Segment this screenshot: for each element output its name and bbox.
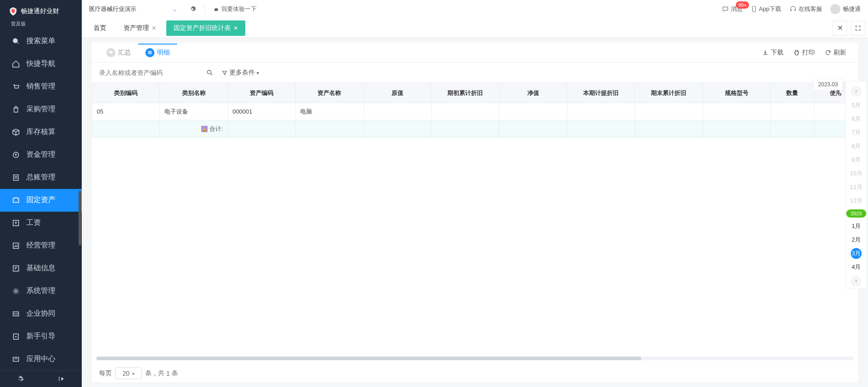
table-wrap: 类别编码类别名称资产编码资产名称原值期初累计折旧净值本期计提折旧期末累计折旧规格… <box>92 83 858 355</box>
tab[interactable]: 固定资产折旧统计表✕ <box>166 20 245 36</box>
sidebar-item-box[interactable]: 库存核算 <box>0 121 82 144</box>
more-filters-button[interactable]: 更多条件 ▾ <box>222 69 259 77</box>
logo-text: 畅捷通好业财 <box>21 7 59 15</box>
table-row[interactable]: 05电子设备000001电脑 <box>92 103 858 120</box>
sidebar-item-home[interactable]: 快捷导航 <box>0 53 82 75</box>
sys-icon <box>12 287 20 295</box>
message-button[interactable]: 消息 99+ <box>722 5 743 13</box>
refresh-button[interactable]: 刷新 <box>825 49 846 57</box>
table-cell <box>635 120 703 138</box>
subtab-detail-label: 明细 <box>157 49 170 57</box>
table-header[interactable]: 资产名称 <box>296 83 363 103</box>
sidebar-item-search[interactable]: 搜索菜单 <box>0 30 82 53</box>
sidebar-item-sys[interactable]: 系统管理 <box>0 280 82 303</box>
timeline-up-button[interactable] <box>851 86 862 97</box>
table-header[interactable]: 类别名称 <box>160 83 228 103</box>
sidebar-item-money[interactable]: 资金管理 <box>0 144 82 166</box>
table-header[interactable]: 净值 <box>499 83 567 103</box>
fullscreen-button[interactable] <box>851 21 865 35</box>
svg-point-11 <box>15 336 17 337</box>
scroll-thumb[interactable] <box>96 357 641 360</box>
sidebar-item-biz[interactable]: 经营管理 <box>0 234 82 257</box>
sidebar-item-ledger[interactable]: 总账管理 <box>0 166 82 189</box>
tab[interactable]: 资产管理✕ <box>116 20 164 36</box>
timeline-month[interactable]: 1月 <box>846 219 867 233</box>
subtab-detail[interactable]: 明细 <box>138 44 177 61</box>
sidebar-item-collab[interactable]: 企业协同 <box>0 303 82 325</box>
sidebar-item-info[interactable]: 基础信息 <box>0 257 82 280</box>
sidebar-item-bag[interactable]: 采购管理 <box>0 98 82 121</box>
table-cell <box>770 120 814 138</box>
timeline-month[interactable]: 7月 <box>846 126 867 139</box>
table-header[interactable]: 资产编码 <box>228 83 295 103</box>
settings-button[interactable] <box>0 375 41 382</box>
table-header[interactable]: 数量 <box>770 83 814 103</box>
service-button[interactable]: 在线客服 <box>789 5 822 13</box>
table-header[interactable]: 规格型号 <box>703 83 770 103</box>
search-icon[interactable] <box>206 69 213 76</box>
pager-tail-a: 条，共 <box>145 369 164 377</box>
table-cell <box>499 103 567 120</box>
page-size-select[interactable]: 20 ▾ <box>115 367 142 379</box>
table-cell: 05 <box>92 103 160 120</box>
topbar-right: 消息 99+ App下载 在线客服 畅捷通 <box>722 4 861 14</box>
search-input[interactable] <box>99 69 203 76</box>
sidebar-bottom <box>0 371 82 387</box>
org-name: 医疗器械行业演示 <box>89 5 136 13</box>
settings-gear[interactable] <box>189 5 196 13</box>
table-cell: 000001 <box>228 103 295 120</box>
table-header[interactable]: 原值 <box>363 83 431 103</box>
timeline-month[interactable]: 8月 <box>846 139 867 153</box>
search-icon <box>12 37 20 45</box>
org-selector[interactable]: 医疗器械行业演示 ⌵ <box>89 5 176 13</box>
timeline-down-button[interactable] <box>851 276 862 287</box>
sidebar-item-wage[interactable]: 工资 <box>0 212 82 234</box>
timeline-month[interactable]: 10月 <box>846 167 867 180</box>
sidebar-item-label: 系统管理 <box>26 286 55 296</box>
layers-icon <box>106 48 115 57</box>
tab[interactable]: 首页 <box>86 20 114 36</box>
table-header[interactable]: 期末累计折旧 <box>635 83 703 103</box>
download-label: 下载 <box>771 49 784 57</box>
timeline-month[interactable]: 11月 <box>846 180 867 194</box>
sidebar-item-label: 企业协同 <box>26 309 55 318</box>
sidebar-items: 搜索菜单快捷导航销售管理采购管理库存核算资金管理总账管理固定资产工资经营管理基础… <box>0 30 82 371</box>
sidebar-scrollbar[interactable] <box>78 27 82 369</box>
period-timeline: › 2023.03 5月6月7月8月9月10月11月12月 2023 1月2月3… <box>845 81 867 289</box>
table-cell <box>431 120 499 138</box>
sidebar-item-cart[interactable]: 销售管理 <box>0 75 82 98</box>
sidebar-item-asset[interactable]: 固定资产 <box>0 189 82 212</box>
table-header[interactable]: 期初累计折旧 <box>431 83 499 103</box>
timeline-month[interactable]: 3月 <box>846 247 867 260</box>
sidebar-item-apps[interactable]: 应用中心 <box>0 348 82 371</box>
sidebar-item-label: 资金管理 <box>26 150 55 159</box>
timeline-month[interactable]: 2月 <box>846 233 867 247</box>
pager-tail-b: 条 <box>172 369 178 377</box>
close-icon[interactable]: ✕ <box>233 25 238 31</box>
subtab-summary[interactable]: 汇总 <box>99 44 138 61</box>
timeline-month[interactable]: 5月 <box>846 99 867 112</box>
horizontal-scrollbar[interactable] <box>96 355 853 362</box>
timeline-month[interactable]: 9月 <box>846 153 867 167</box>
info-icon <box>12 264 20 273</box>
collapse-button[interactable] <box>41 375 82 382</box>
user-menu[interactable]: 畅捷通 <box>830 4 861 14</box>
close-all-tabs-button[interactable]: ✕ <box>833 21 847 35</box>
app-download-button[interactable]: App下载 <box>751 5 781 13</box>
timeline-month[interactable]: 4月 <box>846 260 867 274</box>
current-period-label[interactable]: 2023.03 <box>813 79 843 90</box>
table-header[interactable]: 类别编码 <box>92 83 160 103</box>
sidebar-item-label: 经营管理 <box>26 241 55 250</box>
close-icon[interactable]: ✕ <box>152 25 156 31</box>
timeline-month[interactable]: 6月 <box>846 112 867 126</box>
sidebar-scroll-thumb[interactable] <box>79 191 81 245</box>
try-button[interactable]: 我要体验一下 <box>213 5 257 13</box>
svg-point-16 <box>208 70 211 74</box>
timeline-month[interactable]: 12月 <box>846 194 867 208</box>
sidebar-item-guide[interactable]: 新手引导 <box>0 325 82 348</box>
table-header[interactable]: 本期计提折旧 <box>567 83 635 103</box>
print-button[interactable]: 打印 <box>794 49 815 57</box>
download-button[interactable]: 下载 <box>762 49 784 57</box>
table-total-row: 🔒合计: <box>92 120 858 138</box>
asset-icon <box>12 196 20 204</box>
